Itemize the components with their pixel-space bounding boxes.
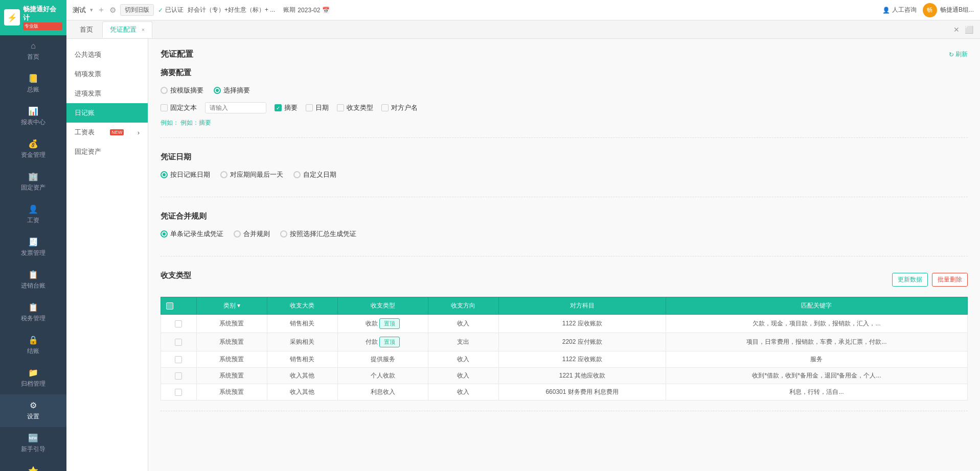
summary-check-mark: ✓ <box>276 105 280 111</box>
topbar-settings-icon[interactable]: ⚙ <box>109 6 116 15</box>
sidebar-item-salary-label: 工资 <box>27 216 39 225</box>
radio-aggregate[interactable]: 按照选择汇总生成凭证 <box>280 229 356 239</box>
voucher-date-radio-group: 按日记账日期 对应期间最后一天 自定义日期 <box>161 170 968 179</box>
row-keywords-2: 项目，日常费用，报销款，车费，承兑汇票，付款... <box>666 333 967 351</box>
row-type-4: 个人收款 <box>337 368 428 384</box>
fixed-text-input[interactable] <box>205 102 266 113</box>
left-nav-public-label: 公共选项 <box>75 50 101 59</box>
left-nav-item-journal[interactable]: 日记账 <box>66 103 148 123</box>
sidebar-item-assets[interactable]: 🏢 固定资产 <box>0 166 66 198</box>
row-direction-5: 收入 <box>428 384 498 401</box>
sidebar-item-guide-label: 新手引导 <box>21 445 45 454</box>
sidebar-item-member[interactable]: ⭐ 畅会员 <box>0 460 66 471</box>
single-record-circle <box>161 230 168 238</box>
sidebar-item-archive[interactable]: 📁 归档管理 <box>0 362 66 394</box>
row-account-1: 1122 应收账款 <box>498 315 666 333</box>
left-nav-purchase-invoice-label: 进项发票 <box>75 89 101 98</box>
radio-period-last-day[interactable]: 对应期间最后一天 <box>220 170 283 179</box>
radio-single-record[interactable]: 单条记录生成凭证 <box>161 229 223 239</box>
th-checkbox[interactable] <box>161 297 197 315</box>
window-close-button[interactable]: ✕ <box>951 25 962 35</box>
add-button[interactable]: ＋ <box>97 5 105 15</box>
income-expense-table: 类别 ▾ 收支大类 收支类型 收支方向 对方科目 匹配关键字 系统预置 销售相 <box>161 297 968 401</box>
funds-icon: 💰 <box>28 139 38 149</box>
refresh-button[interactable]: ↻ 刷新 <box>949 50 968 59</box>
row-checkbox-4[interactable] <box>161 368 197 384</box>
sidebar-item-ledger[interactable]: 📒 总账 <box>0 67 66 100</box>
table-row: 系统预置 销售相关 提供服务 收入 1122 应收账款 服务 <box>161 351 968 368</box>
radio-merge-rule[interactable]: 合并规则 <box>234 229 270 239</box>
salary-icon: 👤 <box>28 204 38 214</box>
tag-top-button-2[interactable]: 置顶 <box>379 337 400 347</box>
row-account-5: 660301 财务费用 利息费用 <box>498 384 666 401</box>
logo-text: 畅捷通好会计 <box>23 5 62 22</box>
sidebar-item-purchasesales[interactable]: 📋 进销台账 <box>0 264 66 296</box>
checkbox-fixed-text[interactable]: 固定文本 <box>161 103 197 112</box>
sidebar-item-reports[interactable]: 📊 报表中心 <box>0 100 66 133</box>
batch-delete-button[interactable]: 批量删除 <box>932 273 968 287</box>
th-category: 类别 ▾ <box>196 297 267 315</box>
sidebar-item-salary[interactable]: 👤 工资 <box>0 198 66 231</box>
sidebar-item-invoice[interactable]: 🧾 发票管理 <box>0 231 66 264</box>
tag-top-button-1[interactable]: 置顶 <box>379 318 400 329</box>
row-category-3: 系统预置 <box>196 351 267 368</box>
checkbox-summary[interactable]: ✓ 摘要 <box>275 103 298 112</box>
radio-template-summary[interactable]: 按模版摘要 <box>161 86 203 95</box>
left-nav-item-public[interactable]: 公共选项 <box>66 45 148 64</box>
sidebar-item-funds[interactable]: 💰 资金管理 <box>0 133 66 166</box>
radio-custom-date[interactable]: 自定义日期 <box>293 170 336 179</box>
payroll-expand-icon: › <box>138 129 140 136</box>
tab-close-icon[interactable]: × <box>142 27 145 33</box>
left-nav-payroll-label: 工资表 <box>75 128 95 137</box>
window-maximize-button[interactable]: ⬜ <box>964 25 974 35</box>
radio-select-summary[interactable]: 选择摘要 <box>214 86 250 95</box>
row-checkbox-3[interactable] <box>161 351 197 368</box>
th-type: 收支类型 <box>337 297 428 315</box>
checkbox-income-type[interactable]: 收支类型 <box>337 103 373 112</box>
tab-home[interactable]: 首页 <box>73 22 100 37</box>
row-type-5: 利息收入 <box>337 384 428 401</box>
update-data-button[interactable]: 更新数据 <box>892 273 928 287</box>
calendar-icon[interactable]: 📅 <box>322 7 330 14</box>
tab-voucher-config[interactable]: 凭证配置 × <box>102 21 152 38</box>
checkbox-counterparty[interactable]: 对方户名 <box>381 103 418 112</box>
left-nav-item-fixed-assets[interactable]: 固定资产 <box>66 142 148 161</box>
select-all-checkbox[interactable] <box>166 302 173 310</box>
row-checkbox-1[interactable] <box>161 315 197 333</box>
left-nav-item-payroll[interactable]: 工资表 NEW › <box>66 123 148 142</box>
sidebar-item-close[interactable]: 🔒 结账 <box>0 329 66 362</box>
help-button[interactable]: 👤 人工咨询 <box>882 6 917 14</box>
sidebar: ⚡ 畅捷通好会计 专业版 ⌂ 首页 📒 总账 📊 报表中心 💰 资金管理 🏢 固… <box>0 0 66 471</box>
sidebar-item-purchasesales-label: 进销台账 <box>21 281 45 290</box>
checkbox-date[interactable]: 日期 <box>306 103 329 112</box>
radio-journal-date[interactable]: 按日记账日期 <box>161 170 210 179</box>
tab-home-label: 首页 <box>80 26 93 33</box>
sidebar-item-reports-label: 报表中心 <box>21 118 45 127</box>
sidebar-item-settings[interactable]: ⚙ 设置 <box>0 394 66 427</box>
period-value: 2023-02 <box>298 7 320 14</box>
left-nav-item-purchase-invoice[interactable]: 进项发票 <box>66 84 148 103</box>
left-nav-item-sales-invoice[interactable]: 销项发票 <box>66 64 148 84</box>
date-checkbox-box <box>306 104 313 111</box>
sidebar-item-settings-label: 设置 <box>27 412 39 421</box>
merge-rules-radio-group: 单条记录生成凭证 合并规则 按照选择汇总生成凭证 <box>161 229 968 239</box>
refresh-icon: ↻ <box>949 51 954 58</box>
row-checkbox-5[interactable] <box>161 384 197 401</box>
close-period-icon: 🔒 <box>28 335 38 345</box>
sidebar-item-funds-label: 资金管理 <box>21 151 45 159</box>
sidebar-item-guide[interactable]: 🆕 新手引导 <box>0 427 66 460</box>
company-dropdown-arrow[interactable]: ▾ <box>90 7 93 13</box>
custom-date-circle <box>293 171 301 178</box>
sidebar-item-home[interactable]: ⌂ 首页 <box>0 35 66 67</box>
content-area: 公共选项 销项发票 进项发票 日记账 工资表 NEW › 固定资产 <box>66 39 980 471</box>
switch-version-button[interactable]: 切到旧版 <box>120 4 154 16</box>
purchasesales-icon: 📋 <box>28 270 38 279</box>
row-checkbox-2[interactable] <box>161 333 197 351</box>
counterparty-label: 对方户名 <box>391 103 418 112</box>
sidebar-item-tax[interactable]: 📋 税务管理 <box>0 296 66 329</box>
row-type-2: 付款 置顶 <box>337 333 428 351</box>
journal-date-circle <box>161 171 168 178</box>
row-major-4: 收入其他 <box>267 368 337 384</box>
custom-date-label: 自定义日期 <box>303 170 336 179</box>
voucher-date-section: 凭证日期 按日记账日期 对应期间最后一天 自定义日期 <box>161 152 968 197</box>
